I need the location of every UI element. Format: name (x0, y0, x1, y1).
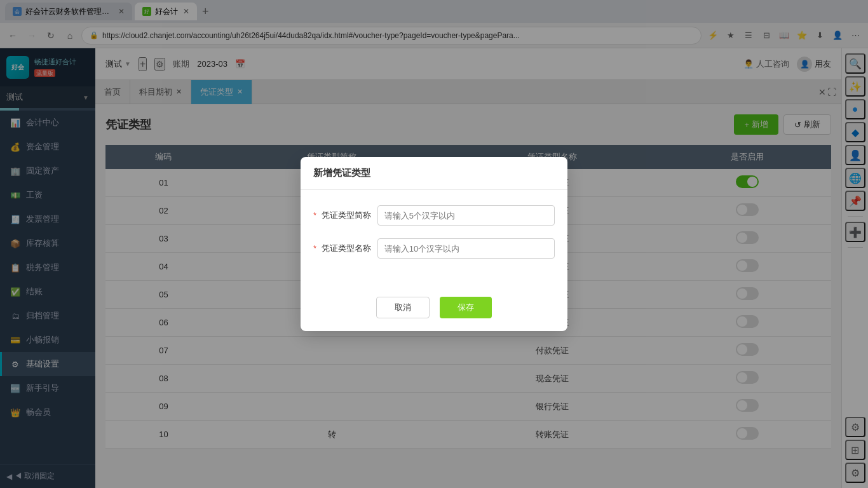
modal-overlay: 新增凭证类型 * 凭证类型简称 * 凭证类型名称 取消 保存 (0, 0, 868, 488)
short-name-label: * 凭证类型简称 (313, 210, 377, 221)
cancel-button[interactable]: 取消 (376, 297, 430, 318)
required-mark-2: * (313, 243, 316, 253)
short-name-label-text: 凭证类型简称 (322, 210, 371, 220)
save-button[interactable]: 保存 (440, 297, 492, 318)
short-name-input[interactable] (377, 205, 555, 226)
full-name-input[interactable] (377, 238, 555, 259)
modal-body: * 凭证类型简称 * 凭证类型名称 (301, 190, 567, 287)
required-mark-1: * (313, 210, 316, 220)
modal-header: 新增凭证类型 (301, 157, 567, 190)
form-row-short: * 凭证类型简称 (313, 205, 555, 226)
form-row-full: * 凭证类型名称 (313, 238, 555, 259)
modal: 新增凭证类型 * 凭证类型简称 * 凭证类型名称 取消 保存 (301, 157, 567, 331)
full-name-label-text: 凭证类型名称 (322, 243, 371, 253)
full-name-label: * 凭证类型名称 (313, 243, 377, 254)
modal-footer: 取消 保存 (301, 287, 567, 331)
